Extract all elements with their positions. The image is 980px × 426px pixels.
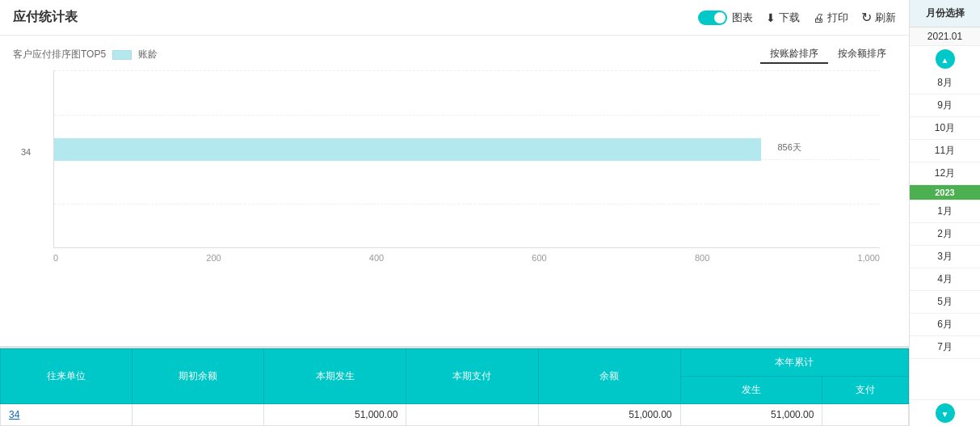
month-item[interactable]: 1月 bbox=[910, 200, 980, 223]
table-body: 34 51,000.00 51,000.00 51,000.00 bbox=[1, 404, 909, 426]
refresh-label: 刷新 bbox=[875, 11, 896, 25]
cell-opening bbox=[132, 404, 264, 426]
month-list: 8月9月10月11月12月20231月2月3月4月5月6月7月 bbox=[910, 72, 980, 399]
chart-legend: 客户应付排序图TOP5 账龄 bbox=[13, 48, 158, 61]
month-item[interactable]: 6月 bbox=[910, 314, 980, 336]
month-item[interactable]: 7月 bbox=[910, 336, 980, 359]
page-title: 应付统计表 bbox=[13, 9, 78, 26]
th-ytd-pay: 支付 bbox=[822, 377, 909, 404]
cell-current-pay bbox=[406, 404, 538, 426]
download-label: 下载 bbox=[779, 11, 800, 25]
print-button[interactable]: 打印 bbox=[813, 11, 848, 25]
sidebar: 月份选择 2021.01 8月9月10月11月12月20231月2月3月4月5月… bbox=[909, 0, 980, 426]
th-ytd: 本年累计 bbox=[680, 349, 908, 377]
toggle-label: 图表 bbox=[732, 11, 753, 25]
x-label-200: 200 bbox=[206, 253, 221, 263]
month-item[interactable]: 5月 bbox=[910, 291, 980, 314]
month-item[interactable]: 8月 bbox=[910, 72, 980, 95]
cell-vendor: 34 bbox=[1, 404, 132, 426]
cell-balance: 51,000.00 bbox=[538, 404, 680, 426]
x-axis: 0 200 400 600 800 1,000 bbox=[53, 253, 880, 263]
grid-line-top bbox=[54, 70, 880, 71]
bar-chart: 34 856天 0 200 400 bbox=[53, 70, 880, 280]
main-content: 应付统计表 图表 下载 打印 刷新 bbox=[0, 0, 909, 426]
sidebar-current-value: 2021.01 bbox=[910, 27, 980, 46]
chevron-up-icon bbox=[941, 53, 949, 65]
table-header-row: 往来单位 期初余额 本期发生 本期支付 余额 本年累计 bbox=[1, 349, 909, 377]
print-icon bbox=[813, 11, 824, 24]
sidebar-nav-up bbox=[910, 46, 980, 72]
sort-buttons: 按账龄排序 按余额排序 bbox=[760, 45, 896, 64]
sidebar-up-button[interactable] bbox=[936, 49, 955, 69]
grid-line-1 bbox=[54, 115, 880, 116]
x-label-1000: 1,000 bbox=[857, 253, 880, 263]
refresh-button[interactable]: 刷新 bbox=[861, 10, 896, 25]
app-container: 应付统计表 图表 下载 打印 刷新 bbox=[0, 0, 980, 426]
header-actions: 图表 下载 打印 刷新 bbox=[698, 10, 896, 25]
sort-by-balance-button[interactable]: 按余额排序 bbox=[828, 45, 896, 64]
bar-y-label: 34 bbox=[21, 147, 31, 157]
x-label-600: 600 bbox=[532, 253, 546, 263]
th-current-pay: 本期支付 bbox=[406, 349, 538, 404]
sidebar-nav-down bbox=[910, 399, 980, 426]
cell-current-occur: 51,000.00 bbox=[264, 404, 406, 426]
month-item[interactable]: 12月 bbox=[910, 162, 980, 185]
x-label-400: 400 bbox=[369, 253, 384, 263]
chart-toggle-wrap: 图表 bbox=[698, 11, 753, 25]
legend-box bbox=[112, 50, 132, 60]
refresh-icon bbox=[861, 10, 872, 25]
month-item[interactable]: 10月 bbox=[910, 117, 980, 140]
table-row: 34 51,000.00 51,000.00 51,000.00 bbox=[1, 404, 909, 426]
print-label: 打印 bbox=[827, 11, 848, 25]
month-item[interactable]: 3月 bbox=[910, 246, 980, 268]
chevron-down-icon bbox=[941, 407, 949, 420]
chart-toggle[interactable] bbox=[698, 11, 727, 25]
table-section: 往来单位 期初余额 本期发生 本期支付 余额 本年累计 发生 支付 34 bbox=[0, 346, 909, 426]
download-button[interactable]: 下载 bbox=[766, 11, 800, 25]
header: 应付统计表 图表 下载 打印 刷新 bbox=[0, 0, 909, 36]
th-vendor: 往来单位 bbox=[1, 349, 132, 404]
x-label-800: 800 bbox=[695, 253, 709, 263]
sidebar-header: 月份选择 bbox=[910, 0, 980, 27]
vendor-link[interactable]: 34 bbox=[9, 409, 19, 420]
chart-legend-text: 客户应付排序图TOP5 bbox=[13, 48, 106, 61]
th-ytd-occur: 发生 bbox=[680, 377, 822, 404]
cell-ytd-pay bbox=[822, 404, 909, 426]
sidebar-down-button[interactable] bbox=[936, 403, 955, 423]
x-label-0: 0 bbox=[53, 253, 58, 263]
grid-line-3 bbox=[54, 204, 880, 205]
chart-plot-area: 856天 bbox=[53, 70, 880, 248]
bar-end-label: 856天 bbox=[777, 141, 801, 154]
month-item[interactable]: 2023 bbox=[910, 185, 980, 200]
sort-by-amount-button[interactable]: 按账龄排序 bbox=[760, 45, 828, 64]
month-item[interactable]: 4月 bbox=[910, 268, 980, 291]
th-current-occur: 本期发生 bbox=[264, 349, 406, 404]
month-item[interactable]: 11月 bbox=[910, 140, 980, 162]
cell-ytd-occur: 51,000.00 bbox=[680, 404, 822, 426]
data-table: 往来单位 期初余额 本期发生 本期支付 余额 本年累计 发生 支付 34 bbox=[0, 348, 909, 426]
legend-box-label: 账龄 bbox=[138, 48, 158, 61]
month-item[interactable]: 2月 bbox=[910, 223, 980, 246]
bar-34: 856天 bbox=[54, 138, 761, 161]
chart-section: 客户应付排序图TOP5 账龄 按账龄排序 按余额排序 34 bbox=[0, 36, 909, 346]
download-icon bbox=[766, 11, 776, 24]
th-balance: 余额 bbox=[538, 349, 680, 404]
th-opening: 期初余额 bbox=[132, 349, 264, 404]
chart-header: 客户应付排序图TOP5 账龄 按账龄排序 按余额排序 bbox=[13, 45, 896, 64]
month-item[interactable]: 9月 bbox=[910, 95, 980, 117]
